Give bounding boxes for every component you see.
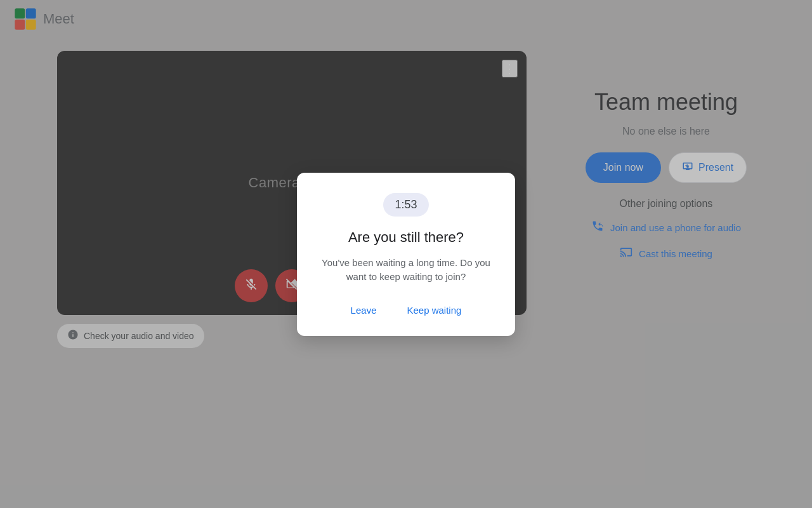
keep-waiting-button[interactable]: Keep waiting [399, 300, 469, 321]
dialog-actions: Leave Keep waiting [343, 300, 469, 321]
leave-button[interactable]: Leave [343, 300, 384, 321]
dialog-title: Are you still there? [348, 229, 464, 246]
timer-badge: 1:53 [383, 193, 428, 217]
dialog-body: You've been waiting a long time. Do you … [315, 256, 497, 284]
dialog-overlay: 1:53 Are you still there? You've been wa… [0, 0, 812, 508]
still-there-dialog: 1:53 Are you still there? You've been wa… [297, 173, 515, 336]
